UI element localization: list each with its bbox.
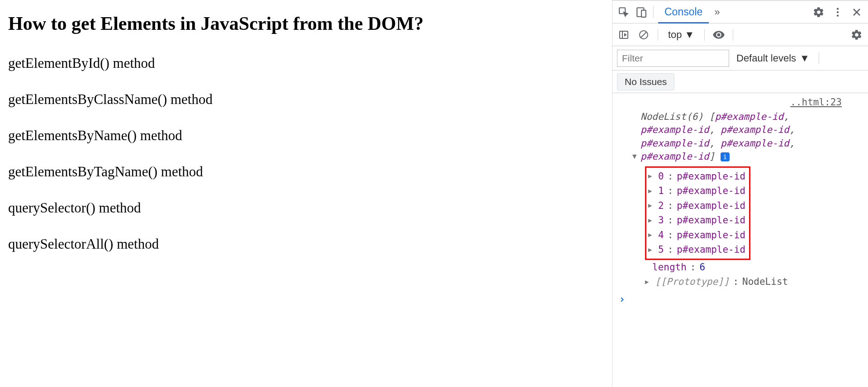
console-settings-icon[interactable] [849,27,864,42]
object-summary: NodeList(6) [p#example-id, p#example-id,… [640,110,868,164]
svg-rect-2 [641,10,646,17]
separator [733,29,733,41]
svg-point-3 [837,8,839,9]
filter-input[interactable] [617,50,729,67]
disclosure-triangle-icon[interactable]: ▶ [648,201,655,211]
clear-console-icon[interactable] [636,27,651,42]
disclosure-triangle-icon[interactable]: ▶ [648,171,655,181]
paragraph: querySelectorAll() method [8,236,604,252]
page-content: How to get Elements in JavaScript from t… [0,0,612,387]
separator [653,6,654,18]
issues-row: No Issues [612,71,868,93]
paragraph: getElementsByClassName() method [8,91,604,108]
paragraph: getElementsByName() method [8,127,604,144]
svg-point-5 [837,14,839,16]
context-selector[interactable]: top ▼ [664,29,698,41]
device-toggle-icon[interactable] [633,5,649,20]
disclosure-triangle-icon[interactable]: ▶ [648,216,655,226]
log-levels-selector[interactable]: Default levels ▼ [736,52,810,64]
console-output[interactable]: ..html:23 ▼ NodeList(6) [p#example-id, p… [612,93,868,387]
length-property[interactable]: length:6 [640,260,868,275]
separator [819,52,819,64]
close-devtools-icon[interactable] [849,5,864,20]
sidebar-toggle-icon[interactable] [616,27,631,42]
list-item[interactable]: ▶0:p#example-id [648,169,745,184]
disclosure-triangle-open-icon[interactable]: ▼ [632,151,637,161]
disclosure-triangle-icon[interactable]: ▶ [648,245,655,255]
console-filter-row: Default levels ▼ [612,46,868,71]
disclosure-triangle-icon[interactable]: ▶ [648,230,655,240]
paragraph: querySelector() method [8,200,604,216]
list-item[interactable]: ▶1:p#example-id [648,184,745,198]
disclosure-triangle-icon[interactable]: ▶ [645,277,651,287]
kebab-menu-icon[interactable] [830,5,845,20]
devtools-panel: Console » top ▼ [612,0,868,387]
list-item[interactable]: ▶5:p#example-id [648,242,745,257]
paragraph: getElementsByTagName() method [8,164,604,180]
list-item[interactable]: ▶2:p#example-id [648,198,745,213]
settings-icon[interactable] [811,5,826,20]
list-item[interactable]: ▶3:p#example-id [648,213,745,228]
console-prompt[interactable]: › [612,289,868,309]
source-link[interactable]: ..html:23 [612,97,868,108]
chevron-down-icon: ▼ [685,29,695,41]
devtools-tabbar: Console » [612,1,868,24]
paragraph: getElementById() method [8,55,604,71]
info-badge-icon[interactable]: i [721,152,730,161]
chevron-down-icon: ▼ [800,52,810,64]
separator [658,29,658,41]
more-tabs-icon[interactable]: » [711,6,723,18]
expanded-nodelist: ▶0:p#example-id ▶1:p#example-id ▶2:p#exa… [645,166,750,260]
inspect-element-icon[interactable] [616,5,631,20]
page-heading: How to get Elements in JavaScript from t… [8,13,604,34]
issues-button[interactable]: No Issues [617,73,674,90]
separator [704,29,705,41]
prototype-property[interactable]: ▶ [[Prototype]]:NodeList [640,274,868,289]
console-toolbar: top ▼ [612,24,868,46]
list-item[interactable]: ▶4:p#example-id [648,228,745,243]
nodelist-log[interactable]: ▼ NodeList(6) [p#example-id, p#example-i… [612,110,868,289]
context-label: top [668,29,682,41]
svg-point-4 [837,11,839,13]
live-expression-icon[interactable] [711,27,726,42]
tab-console[interactable]: Console [658,0,709,24]
levels-label: Default levels [736,52,796,64]
disclosure-triangle-icon[interactable]: ▶ [648,186,655,196]
